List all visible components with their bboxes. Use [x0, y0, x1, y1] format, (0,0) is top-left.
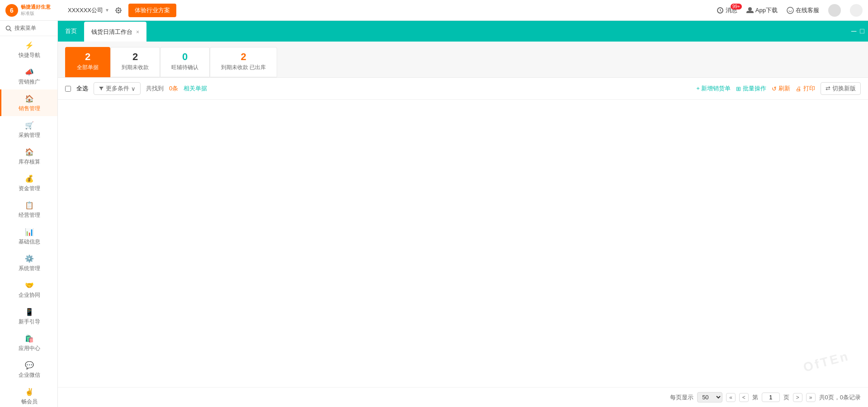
select-all-checkbox[interactable]: [65, 86, 71, 92]
content-area: 首页 钱货日清工作台 × ─ □ 2 全部单据 2 到期未收款: [58, 21, 868, 407]
search-menu-label: 搜索菜单: [14, 24, 36, 32]
sidebar-label-appstore: 应用中心: [19, 345, 40, 352]
sidebar-item-guide[interactable]: 📱 新手引导: [0, 303, 57, 329]
sidebar-item-inventory[interactable]: 🏠 库存核算: [0, 143, 57, 169]
main-layout: 搜索菜单 ⚡ 快捷导航 📣 营销推广 🏠 销售管理 🛒 采购管理 🏠 库存核算 …: [0, 21, 868, 407]
sidebar-item-wechat[interactable]: 💬 企业微信: [0, 356, 57, 383]
logo-icon: 6: [5, 4, 18, 17]
stat-num-all: 2: [85, 51, 90, 63]
sidebar-item-basic[interactable]: 📊 基础信息: [0, 223, 57, 249]
sidebar-label-sales: 销售管理: [19, 105, 40, 112]
avatar-extra[interactable]: [850, 4, 863, 17]
stats-tabs: 2 全部单据 2 到期未收款 0 旺辅待确认 2 到期未收款 已出库: [58, 42, 868, 78]
finance-icon: 💰: [25, 174, 34, 183]
sidebar-label-system: 系统管理: [19, 265, 40, 272]
tab-bar-right: ─ □: [851, 27, 868, 35]
stat-tab-all[interactable]: 2 全部单据: [65, 47, 110, 77]
search-menu-item[interactable]: 搜索菜单: [0, 21, 57, 36]
batch-icon: ⊞: [736, 85, 741, 92]
found-text: 共找到: [146, 84, 164, 93]
guide-icon: 📱: [25, 307, 34, 316]
header-right: 消息 99+ App下载 在线客服: [717, 4, 863, 17]
first-page-btn[interactable]: «: [726, 393, 736, 402]
svg-point-1: [6, 26, 10, 30]
tab-active[interactable]: 钱货日清工作台 ×: [84, 22, 146, 42]
switch-label: 切换新版: [832, 85, 856, 92]
batch-btn[interactable]: ⊞ 批量操作: [736, 84, 766, 93]
total-text: 共0页，0条记录: [819, 393, 861, 402]
stat-tab-unshipped[interactable]: 2 到期未收款 已出库: [210, 47, 277, 77]
tab-home[interactable]: 首页: [58, 21, 84, 42]
sidebar-item-system[interactable]: ⚙️ 系统管理: [0, 249, 57, 276]
top-header: 6 畅捷通好生意 标准版 XXXXXX公司 ▼ 体验行业方案 消息 99+ Ap…: [0, 0, 868, 21]
wechat-icon: 💬: [25, 360, 34, 370]
refresh-btn[interactable]: ↺ 刷新: [772, 84, 790, 93]
print-btn[interactable]: 🖨 打印: [796, 84, 815, 93]
stat-tab-wangwang[interactable]: 0 旺辅待确认: [160, 47, 210, 77]
tab-close-icon[interactable]: ×: [136, 29, 139, 35]
sidebar-label-operation: 经营管理: [19, 211, 40, 219]
stat-tab-overdue[interactable]: 2 到期未收款: [110, 47, 160, 77]
last-page-btn[interactable]: »: [806, 393, 816, 402]
sidebar-label-quick-nav: 快捷导航: [19, 51, 40, 59]
filter-btn-label: 更多条件: [106, 84, 129, 93]
sidebar-label-purchase: 采购管理: [19, 131, 40, 139]
page-content: 2 全部单据 2 到期未收款 0 旺辅待确认 2 到期未收款 已出库: [58, 42, 868, 407]
select-all-label: 全选: [76, 84, 88, 93]
stat-num-wangwang: 0: [182, 51, 188, 63]
new-sale-button[interactable]: + 新增销货单: [696, 84, 731, 93]
sidebar-item-member[interactable]: ✌ 畅会员: [0, 383, 57, 407]
switch-icon: ⇄: [826, 85, 830, 92]
online-service-btn[interactable]: 在线客服: [787, 6, 819, 14]
sidebar-item-purchase[interactable]: 🛒 采购管理: [0, 116, 57, 143]
tab-minimize-btn[interactable]: ─: [851, 27, 856, 35]
stat-num-unshipped: 2: [241, 51, 246, 63]
sales-icon: 🏠: [25, 94, 34, 103]
logo-area: 6 畅捷通好生意 标准版: [5, 4, 63, 17]
quick-nav-icon: ⚡: [25, 41, 34, 50]
print-label: 打印: [803, 84, 815, 93]
page-input[interactable]: [762, 393, 780, 402]
filter-button[interactable]: 更多条件 ∨: [94, 82, 141, 95]
marketing-icon: 📣: [25, 67, 34, 76]
logo-text: 畅捷通好生意 标准版: [21, 4, 51, 17]
app-download-btn[interactable]: App下载: [746, 6, 778, 14]
sidebar-label-guide: 新手引导: [19, 318, 40, 326]
company-selector[interactable]: XXXXXX公司 ▼: [68, 6, 109, 14]
sidebar-item-cooperation[interactable]: 🤝 企业协同: [0, 276, 57, 303]
sidebar-item-appstore[interactable]: 🛍️ 应用中心: [0, 329, 57, 356]
prev-page-btn[interactable]: <: [739, 393, 749, 402]
stat-label-overdue: 到期未收款: [122, 64, 149, 71]
svg-line-2: [10, 29, 12, 31]
sidebar-item-operation[interactable]: 📋 经营管理: [0, 196, 57, 223]
watermark: OfTEn: [802, 349, 851, 375]
refresh-icon: ↺: [772, 85, 777, 92]
cooperation-icon: 🤝: [25, 281, 34, 290]
page-label: 页: [783, 393, 789, 402]
sidebar-item-sales[interactable]: 🏠 销售管理: [0, 89, 57, 116]
next-page-btn[interactable]: >: [793, 393, 802, 402]
avatar[interactable]: [828, 4, 841, 17]
sidebar-label-basic: 基础信息: [19, 238, 40, 246]
page-size-label: 每页显示: [670, 393, 693, 402]
sidebar-item-finance[interactable]: 💰 资金管理: [0, 169, 57, 196]
sidebar-label-wechat: 企业微信: [19, 371, 40, 379]
tab-active-label: 钱货日清工作台: [91, 28, 132, 36]
batch-label: 批量操作: [743, 84, 766, 93]
refresh-label: 刷新: [778, 84, 790, 93]
tab-maximize-btn[interactable]: □: [860, 27, 864, 35]
filter-chevron-icon: ∨: [131, 85, 136, 92]
stat-label-wangwang: 旺辅待确认: [171, 64, 198, 71]
purchase-icon: 🛒: [25, 121, 34, 130]
sidebar-label-marketing: 营销推广: [19, 78, 40, 86]
message-badge: 99+: [731, 4, 742, 9]
sidebar-label-member: 畅会员: [21, 398, 38, 406]
sidebar-item-quick-nav[interactable]: ⚡ 快捷导航: [0, 36, 57, 63]
message-btn[interactable]: 消息 99+: [717, 6, 737, 14]
sidebar-item-marketing[interactable]: 📣 营销推广: [0, 63, 57, 89]
trial-button[interactable]: 体验行业方案: [128, 4, 176, 17]
page-size-select[interactable]: 50 10 20 100: [697, 392, 722, 402]
related-link[interactable]: 相关单据: [184, 84, 207, 93]
switch-version-btn[interactable]: ⇄ 切换新版: [821, 82, 861, 95]
settings-icon[interactable]: [113, 5, 124, 16]
